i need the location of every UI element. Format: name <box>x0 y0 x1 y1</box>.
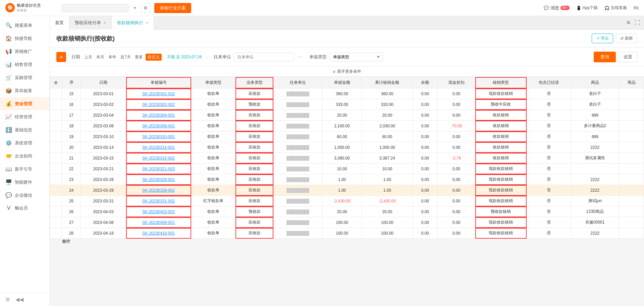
sidebar-item-inventory[interactable]: 📦 库存核算 <box>0 84 49 97</box>
row-include-settled: 否 <box>527 142 571 153</box>
tab-expand-btn[interactable]: ⛶ <box>633 18 641 27</box>
row-date: 2023-03-10 <box>81 131 126 142</box>
table-row[interactable]: 192023-03-10SK-20230310-001收款单应收款███████… <box>50 131 644 142</box>
export-btn[interactable]: ↗ 导出 <box>592 34 613 43</box>
row-total-writeoff: 20.00 <box>362 206 413 217</box>
row-amount: 1,000.00 <box>322 142 362 153</box>
row-doc-no[interactable]: SK-20230328-002 <box>126 185 191 196</box>
industry-btn[interactable]: 体验行业方案 <box>154 3 191 13</box>
tab-receivable-close[interactable]: × <box>104 20 106 25</box>
sidebar-label-marketing: 营销推广 <box>15 49 32 55</box>
last-7-days-btn[interactable]: 近7天 <box>119 54 132 61</box>
row-doc-no[interactable]: SK-20230314-001 <box>126 142 191 153</box>
row-doc-no[interactable]: SK-20230310-001 <box>126 131 191 142</box>
row-doc-no[interactable]: SK-20230328-001 <box>126 174 191 185</box>
table-row[interactable]: 202023-03-14SK-20230314-001收款单应收款███████… <box>50 142 644 153</box>
row-writeoff-type: 现款收款核销 <box>475 185 526 196</box>
col-gear[interactable]: ⚙ <box>50 77 62 88</box>
row-writeoff-type: 现款收款核销 <box>475 88 526 99</box>
row-doc-no[interactable]: SK-20230403-002 <box>126 206 191 217</box>
table-row[interactable]: 242023-03-28SK-20230328-002收款单应收款███████… <box>50 185 644 196</box>
tab-writeoff-close[interactable]: × <box>146 20 148 25</box>
sidebar-item-system[interactable]: ⚙️ 系统管理 <box>0 136 49 149</box>
sidebar-item-enterprise[interactable]: 🤝 企业协同 <box>0 149 49 163</box>
table-row[interactable]: 262023-04-03SK-20230403-002收款单预收款███████… <box>50 206 644 217</box>
row-doc-no[interactable]: SK-20230331-002 <box>126 196 191 206</box>
sidebar-item-shortcuts[interactable]: 🏠 快捷导航 <box>0 32 49 45</box>
sidebar-item-member[interactable]: V 畅会员 <box>0 202 49 215</box>
row-doc-no[interactable]: SK-20230408-001 <box>126 217 191 228</box>
sidebar-item-hardware[interactable]: 🖥️ 智能硬件 <box>0 176 49 189</box>
expand-more-btn[interactable]: ∨ 展开更多条件 <box>333 69 361 74</box>
row-no: 21 <box>62 153 81 164</box>
settings-icon-btn[interactable]: ⚙ <box>141 3 150 13</box>
tab-receivable[interactable]: 预收应收付单 × <box>69 16 112 29</box>
this-month-btn[interactable]: 本月 <box>95 54 106 61</box>
sidebar-item-basics[interactable]: ℹ️ 基础信息 <box>0 123 49 136</box>
row-goods: 老白干 <box>571 88 619 99</box>
row-amount: 100.00 <box>322 217 362 228</box>
more-date-btn[interactable]: 更多 <box>133 54 144 61</box>
table-row[interactable]: 182023-03-08SK-20230308-001收款单应收款███████… <box>50 121 644 131</box>
message-area[interactable]: 💬 消息 99+ <box>544 5 570 11</box>
partner-more-btn[interactable]: ··· <box>297 54 304 60</box>
collapse-icon[interactable]: ◀◀ <box>15 296 23 303</box>
last-month-btn[interactable]: 上月 <box>83 54 94 61</box>
row-doc-no[interactable]: SK-20230301-002 <box>126 88 191 99</box>
row-biz-type: 应收款 <box>235 217 273 228</box>
sidebar-item-wechat[interactable]: 💬 企业微信 <box>0 189 49 202</box>
refresh-btn[interactable]: ↺ 刷新 <box>616 34 637 43</box>
sidebar-item-guide[interactable]: 📖 新手引导 <box>0 163 49 176</box>
footer-goods <box>571 239 619 245</box>
row-date: 2023-03-31 <box>81 196 126 206</box>
sidebar-item-purchase[interactable]: 🛒 采购管理 <box>0 71 49 84</box>
tab-writeoff[interactable]: 收款核销执行 × <box>112 16 154 29</box>
row-total-writeoff: 10.00 <box>362 164 413 174</box>
table-row[interactable]: 162023-03-02SK-20230302-002收款单预收款███████… <box>50 99 644 110</box>
expand-icon: ∨ <box>333 69 336 74</box>
sidebar-item-marketing[interactable]: 📢 营销推广 <box>0 45 49 58</box>
row-gear <box>50 196 62 206</box>
row-doc-no[interactable]: SK-20230302-002 <box>126 99 191 110</box>
table-row[interactable]: 252023-03-31SK-20230331-002红字收款单应收款█████… <box>50 196 644 206</box>
table-row[interactable]: 152023-03-01SK-20230301-002收款单应收款███████… <box>50 88 644 99</box>
row-doc-no[interactable]: SK-20230304-001 <box>126 110 191 121</box>
row-include-settled: 否 <box>527 217 571 228</box>
tab-close-btn[interactable]: ✕ <box>625 18 632 27</box>
sidebar-item-operations[interactable]: 📈 经营管理 <box>0 110 49 123</box>
sidebar-item-sales[interactable]: 📊 销售管理 <box>0 58 49 71</box>
row-biz-type: 应收款 <box>235 121 273 131</box>
doc-type-select[interactable]: 单据类型 <box>329 53 383 61</box>
row-partner: ████████ <box>273 153 322 164</box>
sidebar-bottom: ⚙ ◀◀ <box>0 293 49 306</box>
row-doc-no[interactable]: SK-20230315-002 <box>126 153 191 164</box>
table-row[interactable]: 212023-03-15SK-20230315-002收款单应收款███████… <box>50 153 644 164</box>
table-row[interactable]: 172023-03-04SK-20230304-001收款单应收款███████… <box>50 110 644 121</box>
sidebar-item-search[interactable]: 🔍 搜索菜单 <box>0 19 49 32</box>
table-row[interactable]: 272023-04-08SK-20230408-001收款单应收款███████… <box>50 217 644 228</box>
table-row[interactable]: 222023-03-21SK-20230321-003收款单应收款███████… <box>50 164 644 174</box>
app-download-link[interactable]: 📱 App下载 <box>576 5 598 11</box>
logo-text: 畅康道好生意 <box>17 3 41 8</box>
row-doc-no[interactable]: SK-20230308-001 <box>126 121 191 131</box>
table-row[interactable]: 232023-03-28SK-20230328-001收款单应收款███████… <box>50 174 644 185</box>
row-total-writeoff: 1.00 <box>362 174 413 185</box>
partner-input[interactable] <box>234 53 294 61</box>
user-area[interactable]: Rit <box>634 6 639 10</box>
row-date: 2023-03-01 <box>81 88 126 99</box>
filter-toggle-btn[interactable]: » <box>56 52 66 62</box>
settings-bottom-icon[interactable]: ⚙ <box>5 296 10 303</box>
url-input[interactable] <box>62 4 129 12</box>
custom-date-btn[interactable]: 自定义 <box>146 54 162 61</box>
sidebar-item-finance[interactable]: 💰 资金管理 <box>0 97 49 110</box>
table-row[interactable]: 282023-04-18SK-20230418-001收款单应收款███████… <box>50 228 644 239</box>
this-year-btn[interactable]: 本年 <box>107 54 118 61</box>
row-goods2 <box>619 131 644 142</box>
query-btn[interactable]: 查询 <box>594 52 616 62</box>
tab-home[interactable]: 首页 <box>50 16 69 29</box>
row-doc-no[interactable]: SK-20230321-003 <box>126 164 191 174</box>
online-support-link[interactable]: 🎧 在线客服 <box>604 5 627 11</box>
row-doc-no[interactable]: SK-20230418-001 <box>126 228 191 239</box>
filter-settings-btn[interactable]: 设置 <box>619 52 637 62</box>
top-right: 💬 消息 99+ 📱 App下载 🎧 在线客服 Rit <box>544 5 639 11</box>
